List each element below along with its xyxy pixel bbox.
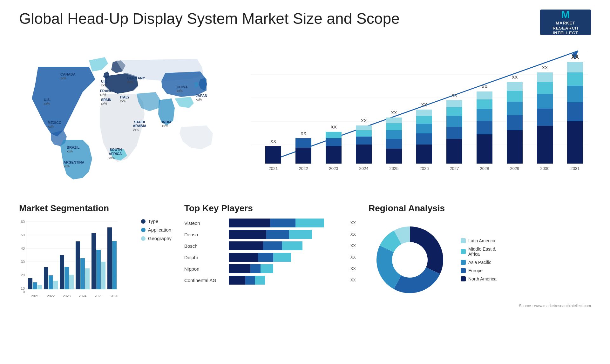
svg-text:ARABIA: ARABIA [133, 124, 146, 128]
player-name-denso: Denso [184, 232, 226, 237]
player-row-bosch: Bosch XX [184, 241, 356, 250]
region-item-apac: Asia Pacific [461, 260, 497, 265]
players-title: Top Key Players [184, 203, 356, 213]
region-item-latam: Latin America [461, 238, 497, 243]
legend-dot-geography [141, 236, 146, 241]
segmentation-section: Market Segmentation 60 50 40 30 20 10 0 [19, 203, 172, 308]
bar-seg3 [282, 241, 302, 250]
svg-text:xx%: xx% [64, 165, 70, 168]
svg-text:50: 50 [21, 233, 25, 237]
svg-rect-131 [107, 227, 112, 289]
grid-lines [251, 51, 588, 168]
bar-seg3 [289, 230, 312, 239]
regional-section: Regional Analysis [369, 203, 591, 308]
bar-seg1 [229, 219, 270, 227]
region-color-apac [461, 260, 466, 265]
germany-label: GERMANY [127, 76, 145, 80]
logo-line3: INTELLECT [553, 30, 579, 36]
svg-text:2021: 2021 [31, 294, 39, 298]
svg-text:xx%: xx% [101, 102, 107, 105]
svg-rect-132 [112, 241, 117, 289]
bar-seg1 [229, 253, 258, 262]
bar-seg1 [229, 276, 245, 285]
svg-text:xx%: xx% [177, 89, 183, 93]
player-xx-nippon: XX [350, 264, 356, 273]
player-xx-denso: XX [350, 230, 356, 239]
seg-legend: Type Application Geography [141, 219, 172, 301]
svg-text:xx%: xx% [133, 128, 139, 132]
bar-chart-area [251, 51, 588, 168]
svg-rect-111 [53, 281, 58, 289]
svg-rect-119 [85, 268, 90, 289]
svg-text:2023: 2023 [63, 294, 71, 298]
logo: M MARKET RESEARCH INTELLECT [540, 10, 591, 35]
player-row-continental: Continental AG XX [184, 276, 356, 285]
donut-svg [369, 219, 451, 301]
region-label-apac: Asia Pacific [468, 260, 491, 265]
bar-seg2 [250, 264, 261, 273]
svg-text:xx%: xx% [44, 102, 50, 105]
svg-text:xx%: xx% [60, 77, 66, 80]
region-item-mea: Middle East &Africa [461, 246, 497, 257]
svg-text:xx%: xx% [67, 150, 73, 153]
chart-section: XX 2021 XX 2022 XX 2023 [248, 41, 591, 194]
regional-wrapper: Latin America Middle East &Africa Asia P… [369, 219, 591, 301]
logo-line2: RESEARCH [553, 26, 579, 31]
svg-text:xx%: xx% [109, 156, 115, 160]
svg-point-138 [392, 242, 428, 278]
svg-rect-109 [44, 267, 48, 289]
map-section: CANADA xx% U.S. xx% MEXICO xx% BRAZIL xx… [19, 41, 235, 194]
bar-seg3 [255, 276, 265, 285]
content-bottom: Market Segmentation 60 50 40 30 20 10 0 [19, 203, 591, 308]
svg-text:xx%: xx% [196, 98, 202, 101]
player-bar-continental [229, 276, 345, 285]
region-color-noram [461, 276, 466, 281]
japan-label: JAPAN [196, 94, 207, 98]
source-text: Source : www.marketresearchintellect.com [369, 304, 591, 308]
legend-geography: Geography [141, 236, 172, 241]
world-map-svg: CANADA xx% U.S. xx% MEXICO xx% BRAZIL xx… [19, 41, 235, 181]
logo-letter: M [561, 9, 570, 21]
svg-text:2024: 2024 [79, 294, 86, 298]
player-xx-continental: XX [350, 276, 356, 285]
canada-label: CANADA [60, 72, 76, 76]
player-xx-bosch: XX [350, 241, 356, 250]
us-label: U.S. [44, 98, 51, 102]
seg-bar-chart: 60 50 40 30 20 10 0 [19, 219, 135, 301]
legend-label-application: Application [148, 227, 171, 233]
player-name-nippon: Nippon [184, 266, 226, 272]
player-bar-bosch [229, 241, 345, 250]
content-top: CANADA xx% U.S. xx% MEXICO xx% BRAZIL xx… [19, 41, 591, 194]
seg-chart-row: 60 50 40 30 20 10 0 [19, 219, 172, 301]
region-label-noram: North America [468, 276, 497, 281]
brazil-label: BRAZIL [67, 145, 80, 149]
bar-seg2 [266, 230, 289, 239]
bar-seg2 [263, 241, 282, 250]
svg-text:60: 60 [21, 220, 25, 224]
svg-rect-114 [64, 267, 69, 289]
region-legend: Latin America Middle East &Africa Asia P… [461, 238, 497, 281]
seg-svg: 60 50 40 30 20 10 0 [19, 219, 121, 301]
saudi-label: SAUDI [134, 120, 145, 124]
player-name-continental: Continental AG [184, 278, 226, 283]
svg-rect-113 [60, 255, 64, 289]
svg-rect-105 [28, 278, 32, 289]
logo-box: M MARKET RESEARCH INTELLECT [540, 10, 591, 35]
svg-rect-117 [76, 241, 80, 289]
safrica-label: SOUTH [110, 148, 122, 152]
svg-text:AFRICA: AFRICA [109, 152, 122, 156]
logo-line1: MARKET [556, 21, 575, 26]
bar-seg3 [295, 219, 324, 227]
svg-text:2026: 2026 [111, 294, 118, 298]
svg-text:40: 40 [21, 246, 25, 250]
players-list: Visteon XX Denso [184, 219, 356, 285]
player-bar-nippon [229, 264, 345, 273]
donut-chart [369, 219, 451, 301]
svg-text:xx%: xx% [101, 84, 107, 87]
legend-label-geography: Geography [148, 236, 172, 241]
header: Global Head-Up Display System Market Siz… [19, 10, 591, 35]
page-title: Global Head-Up Display System Market Siz… [19, 10, 400, 28]
region-color-europe [461, 268, 466, 273]
svg-text:xx%: xx% [162, 124, 168, 128]
svg-rect-121 [92, 233, 96, 289]
